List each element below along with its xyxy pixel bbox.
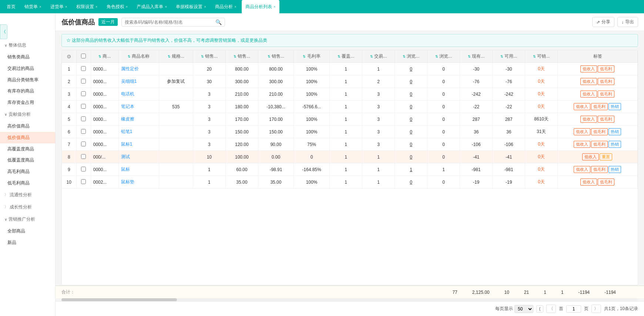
- browse-link[interactable]: 0: [410, 129, 412, 135]
- th-available[interactable]: ⇅ 可用...: [493, 50, 525, 63]
- row-name[interactable]: 橡皮擦: [118, 113, 159, 126]
- row-checkbox[interactable]: [76, 151, 91, 163]
- row-select-checkbox[interactable]: [81, 129, 86, 134]
- close-icon[interactable]: ×: [274, 5, 276, 9]
- row-select-checkbox[interactable]: [81, 66, 86, 71]
- nav-product-analysis[interactable]: 商品分析 ×: [211, 0, 240, 13]
- sidebar-item-high-value[interactable]: 高价值商品: [0, 120, 55, 132]
- row-select-checkbox[interactable]: [81, 179, 86, 184]
- row-name[interactable]: 属性定价: [118, 63, 159, 75]
- search-box[interactable]: 🔍: [121, 18, 225, 27]
- browse-link[interactable]: 0: [410, 154, 412, 160]
- horizontal-scrollbar[interactable]: [61, 298, 638, 301]
- browse-link[interactable]: 0: [410, 92, 412, 97]
- search-input[interactable]: [125, 20, 214, 25]
- prev-page-btn[interactable]: 〈: [546, 305, 556, 313]
- collapse-sidebar-btn[interactable]: 《: [0, 24, 7, 39]
- row-checkbox[interactable]: [76, 176, 91, 188]
- next-page-btn[interactable]: 〉: [591, 305, 601, 313]
- close-icon[interactable]: ×: [126, 5, 128, 9]
- period-badge[interactable]: 近一月: [98, 18, 118, 26]
- nav-product-warehouse[interactable]: 产成品入库单 ×: [133, 0, 171, 13]
- sidebar-item-stock-products[interactable]: 有库存的商品: [0, 85, 55, 97]
- select-all-checkbox[interactable]: [81, 54, 86, 58]
- sidebar-item-all-products[interactable]: 全部商品: [0, 225, 55, 237]
- th-settings[interactable]: ⚙: [62, 50, 76, 63]
- browse-link[interactable]: 0: [410, 67, 412, 72]
- close-icon[interactable]: ×: [204, 5, 206, 9]
- close-icon[interactable]: ×: [39, 5, 41, 9]
- nav-template-settings[interactable]: 单据模板设置 ×: [172, 0, 210, 13]
- row-checkbox[interactable]: [76, 113, 91, 126]
- th-tags[interactable]: 标签: [558, 50, 638, 63]
- th-code[interactable]: ⇅ 商...: [91, 50, 118, 63]
- sidebar-group-overall[interactable]: ∨ 整体信息: [0, 39, 55, 51]
- close-icon[interactable]: ×: [234, 5, 237, 9]
- sidebar-item-stock-funds[interactable]: 库存资金占用: [0, 97, 55, 108]
- th-saleable[interactable]: ⇅ 可销...: [525, 50, 558, 63]
- row-checkbox[interactable]: [76, 138, 91, 151]
- browse-link[interactable]: 0: [410, 117, 412, 122]
- row-checkbox[interactable]: [76, 63, 91, 75]
- nav-product-analysis-list[interactable]: 商品分析列表 ×: [242, 0, 279, 13]
- row-name[interactable]: 鼠标1: [118, 138, 159, 151]
- first-page-btn[interactable]: ⟨: [536, 305, 543, 313]
- close-icon[interactable]: ×: [165, 5, 167, 9]
- sidebar-item-traded-products[interactable]: 交易过的商品: [0, 63, 55, 74]
- settings-icon[interactable]: ⚙: [67, 54, 71, 60]
- th-s3[interactable]: ⇅ 销售...: [258, 50, 294, 63]
- th-name[interactable]: ⇅ 商品名称: [118, 50, 159, 63]
- sidebar-group-growth[interactable]: 〉 成长性分析: [0, 201, 55, 213]
- row-name[interactable]: 吴细细1: [118, 75, 159, 88]
- row-select-checkbox[interactable]: [81, 91, 86, 96]
- sidebar-item-low-margin[interactable]: 低毛利商品: [0, 177, 55, 189]
- row-select-checkbox[interactable]: [81, 154, 86, 159]
- row-name[interactable]: 测试: [118, 151, 159, 163]
- th-current-stock[interactable]: ⇅ 现有...: [460, 50, 493, 63]
- row-select-checkbox[interactable]: [81, 167, 86, 171]
- close-icon[interactable]: ×: [95, 5, 98, 9]
- th-s2[interactable]: ⇅ 销售...: [225, 50, 258, 63]
- page-number-input[interactable]: [566, 305, 581, 313]
- row-select-checkbox[interactable]: [81, 79, 86, 84]
- row-name[interactable]: 鼠标: [118, 163, 159, 176]
- export-button[interactable]: ↓ 导出: [617, 17, 638, 27]
- browse-link[interactable]: 0: [410, 142, 412, 147]
- row-name[interactable]: 电话机: [118, 88, 159, 101]
- row-checkbox[interactable]: [76, 101, 91, 113]
- row-checkbox[interactable]: [76, 163, 91, 176]
- row-name[interactable]: 笔记本: [118, 101, 159, 113]
- row-checkbox[interactable]: [76, 75, 91, 88]
- sidebar-group-contribution[interactable]: ∨ 贡献值分析: [0, 108, 55, 120]
- th-s1[interactable]: ⇅ 销售...: [193, 50, 225, 63]
- share-button[interactable]: ⇗ 分享: [592, 17, 614, 27]
- row-name[interactable]: 鼠标垫: [118, 176, 159, 188]
- sidebar-group-marketing[interactable]: ∨ 营销推广分析: [0, 213, 55, 225]
- browse-link[interactable]: 1: [410, 167, 412, 172]
- close-icon[interactable]: ×: [65, 5, 67, 9]
- row-name[interactable]: 铅笔1: [118, 126, 159, 138]
- sidebar-item-low-value[interactable]: 低价值商品: [0, 132, 55, 143]
- sidebar-item-category-sales[interactable]: 商品分类销售率: [0, 74, 55, 86]
- nav-home[interactable]: 首页: [3, 0, 19, 13]
- scrollbar-thumb[interactable]: [61, 298, 177, 301]
- nav-permissions[interactable]: 权限设置 ×: [73, 0, 101, 13]
- th-checkbox[interactable]: [76, 50, 91, 63]
- sidebar-item-high-margin[interactable]: 高毛利商品: [0, 166, 55, 177]
- row-select-checkbox[interactable]: [81, 116, 86, 121]
- row-checkbox[interactable]: [76, 88, 91, 101]
- th-browse1[interactable]: ⇅ 浏览...: [395, 50, 427, 63]
- row-select-checkbox[interactable]: [81, 142, 86, 146]
- row-select-checkbox[interactable]: [81, 104, 86, 109]
- browse-link[interactable]: 0: [410, 180, 412, 185]
- search-icon[interactable]: 🔍: [215, 19, 222, 25]
- th-margin[interactable]: ⇅ 毛利率: [294, 50, 329, 63]
- sidebar-item-new-products[interactable]: 新品: [0, 237, 55, 248]
- th-trade[interactable]: ⇅ 交易...: [362, 50, 395, 63]
- sidebar-group-circulation[interactable]: 〉 流通性分析: [0, 189, 55, 201]
- th-spec[interactable]: ⇅ 规格...: [159, 50, 193, 63]
- sidebar-item-sales-products[interactable]: 销售类商品: [0, 51, 55, 63]
- nav-purchase[interactable]: 进货单 ×: [47, 0, 71, 13]
- nav-roles[interactable]: 角色授权 ×: [103, 0, 132, 13]
- per-page-select[interactable]: 50 100 200: [514, 305, 533, 313]
